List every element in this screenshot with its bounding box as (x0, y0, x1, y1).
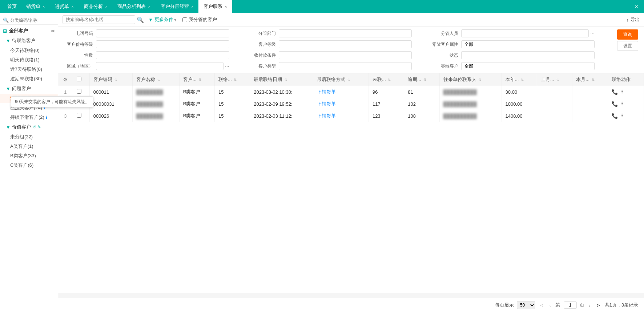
action-call-1[interactable]: 📞 (612, 89, 618, 95)
col-this-year[interactable]: 本年... ⇅ (502, 73, 537, 86)
price-level-select[interactable] (96, 40, 229, 48)
col-last-method[interactable]: 最后联络方式 ⇅ (313, 73, 369, 86)
tab-purchase-order[interactable]: 进货单 × (50, 0, 79, 13)
col-this-month[interactable]: 本月... ⇅ (572, 73, 608, 86)
row-contact-2: 15 (214, 98, 250, 110)
table-settings-icon[interactable]: ⚙ (63, 77, 68, 82)
sidebar-group-value[interactable]: ▼ 价值客户 ↺ ✎ (0, 122, 58, 132)
top-nav: 首页 销货单 × 进货单 × 商品分析 × 商品分析列表 × 客户分层经营 × … (0, 0, 644, 13)
action-more-1[interactable]: ⠿ (620, 89, 624, 95)
col-last-month[interactable]: 上月... ⇅ (537, 73, 572, 86)
sidebar-group-problem[interactable]: ▼ 问题客户 (0, 84, 58, 94)
sort-icon-this-month: ⇅ (592, 78, 595, 82)
refresh-value-icon[interactable]: ↺ (32, 125, 36, 130)
home-tab[interactable]: 首页 (3, 0, 21, 13)
tab-customer-layer[interactable]: 客户分层经营 × (156, 0, 198, 13)
tab-product-analysis[interactable]: 商品分析 × (79, 0, 112, 13)
settings-button[interactable]: 设置 (617, 41, 638, 51)
search-input[interactable] (63, 15, 135, 24)
sidebar-item-tomorrow-contact[interactable]: 明天待联络(1) (0, 55, 58, 65)
row-type-1: B类客户 (179, 86, 214, 98)
row-last-method-2[interactable]: 下销货单 (313, 98, 369, 110)
pay-terms-select[interactable] (279, 51, 412, 59)
filter-row-3: 性质 收付款条件 状态 (64, 51, 638, 59)
col-contact2[interactable]: 往来单位联系人 ⇅ (439, 73, 502, 86)
tab-customer-contact[interactable]: 客户联系 × (198, 0, 232, 13)
close-tab-product-analysis-list[interactable]: × (148, 4, 150, 9)
sidebar-item-declining[interactable]: 持续下滑客户(2) ℹ (0, 113, 58, 122)
last-page-btn[interactable]: ⊳ (595, 302, 602, 309)
row-contact-1: 15 (214, 86, 250, 98)
col-overdue[interactable]: 逾期... ⇅ (404, 73, 439, 86)
action-more-3[interactable]: ⠿ (620, 113, 624, 119)
sidebar-item-class-a[interactable]: A类客户(1) (0, 142, 58, 151)
dept-select[interactable] (279, 29, 412, 37)
edit-value-icon[interactable]: ✎ (37, 125, 41, 130)
sidebar-search-icon: 🔍 (3, 17, 9, 23)
window-close-btn[interactable]: × (632, 3, 641, 10)
sidebar: 🔍 ⊞ 全部客户 ≪ ▼ 待联络客户 今天待联络(0) 明天待联络(1) 近7天… (0, 13, 58, 312)
sidebar-item-overdue-contact[interactable]: 逾期未联络(30) (0, 74, 58, 84)
more-conditions-btn[interactable]: ▼ 更多条件 ▾ (148, 16, 177, 23)
sidebar-search-input[interactable] (10, 18, 55, 23)
sidebar-item-7days-contact[interactable]: 近7天待联络(0) (0, 65, 58, 74)
row-last-method-1[interactable]: 下销货单 (313, 86, 369, 98)
close-tab-customer-contact[interactable]: × (225, 4, 227, 9)
select-all-checkbox[interactable] (77, 77, 81, 81)
page-input[interactable] (564, 301, 577, 309)
my-customers-checkbox-label[interactable]: 我分管的客户 (182, 16, 217, 23)
zero-attr-select[interactable]: 全部 (461, 40, 595, 48)
sidebar-all-customers[interactable]: ⊞ 全部客户 ≪ (0, 26, 58, 36)
table-area: ⚙ 客户编码 ⇅ 客户名称 ⇅ 客户... ⇅ (58, 73, 644, 293)
row-select-3[interactable] (77, 113, 81, 118)
my-customers-checkbox[interactable] (182, 17, 187, 22)
region-input[interactable] (96, 62, 224, 70)
export-button[interactable]: ↑ 导出 (627, 16, 640, 23)
tab-sales-order[interactable]: 销货单 × (21, 0, 50, 13)
row-this-month-3 (572, 110, 608, 122)
close-tab-purchase-order[interactable]: × (71, 4, 73, 9)
sidebar-item-class-c[interactable]: C类客户(6) (0, 161, 58, 170)
col-contact[interactable]: 联络... ⇅ (214, 73, 250, 86)
sidebar-item-today-contact[interactable]: 今天待联络(0) (0, 46, 58, 55)
next-page-btn[interactable]: › (587, 302, 592, 309)
col-type[interactable]: 客户... ⇅ (179, 73, 214, 86)
zero-customer-select[interactable]: 全部 (461, 62, 595, 70)
row-type-2: B类客户 (179, 98, 214, 110)
query-button[interactable]: 查询 (617, 29, 638, 40)
sidebar-group-pending[interactable]: ▼ 待联络客户 (0, 36, 58, 46)
col-last-date[interactable]: 最后联络日期 ⇅ (250, 73, 313, 86)
close-tab-sales-order[interactable]: × (43, 4, 45, 9)
filter-row-1: 电话号码 分管部门 分管人员 ··· (64, 29, 638, 37)
col-not-contacted[interactable]: 未联... ⇅ (369, 73, 404, 86)
action-call-3[interactable]: 📞 (612, 113, 618, 119)
status-select[interactable] (461, 51, 595, 59)
per-page-select[interactable]: 50 100 (517, 301, 535, 309)
search-button[interactable]: 🔍 (137, 16, 144, 23)
col-action: 联络动作 (608, 73, 644, 86)
person-input[interactable] (461, 29, 589, 37)
sidebar-item-class-b[interactable]: B类客户(33) (0, 151, 58, 161)
row-last-method-3[interactable]: 下销货单 (313, 110, 369, 122)
action-call-2[interactable]: 📞 (612, 101, 618, 107)
close-tab-product-analysis[interactable]: × (105, 4, 107, 9)
first-page-btn[interactable]: ⊲ (538, 302, 545, 309)
customer-type-select[interactable] (279, 62, 412, 70)
prev-page-btn[interactable]: ‹ (548, 302, 552, 309)
row-select-1[interactable] (77, 89, 81, 94)
phone-input[interactable] (96, 29, 229, 37)
col-name[interactable]: 客户名称 ⇅ (132, 73, 179, 86)
customer-level-select[interactable] (279, 40, 412, 48)
customers-table: ⚙ 客户编码 ⇅ 客户名称 ⇅ 客户... ⇅ (58, 73, 644, 122)
region-more-btn[interactable]: ··· (225, 63, 229, 69)
action-more-2[interactable]: ⠿ (620, 101, 624, 107)
col-code[interactable]: 客户编码 ⇅ (89, 73, 132, 86)
filter-row-4: 区域（地区） ··· 客户类型 零散客户 全部 (64, 62, 638, 70)
nature-select[interactable] (96, 51, 229, 59)
person-more-btn[interactable]: ··· (590, 31, 595, 36)
tab-product-analysis-list[interactable]: 商品分析列表 × (112, 0, 155, 13)
close-tab-customer-layer[interactable]: × (191, 4, 193, 9)
filter-price-level: 客户价格等级 (64, 40, 229, 48)
sidebar-item-unclassified[interactable]: 未分组(32) (0, 132, 58, 142)
row-name-3: ████████ (132, 110, 179, 122)
